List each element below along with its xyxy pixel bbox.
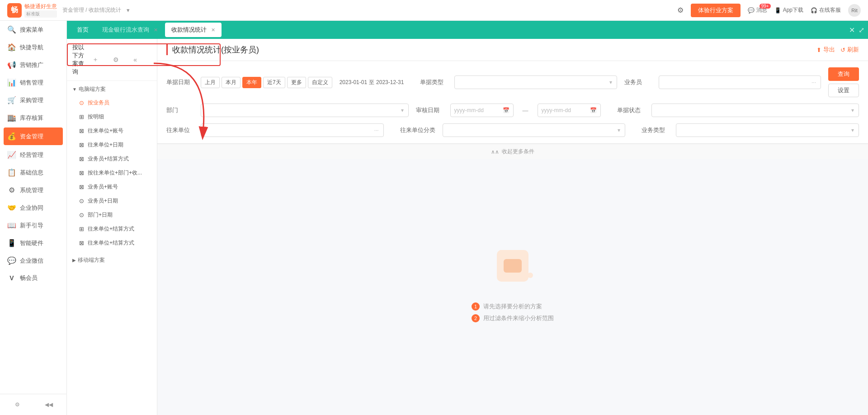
sidebar-bottom: ⚙ ◀◀ [0,394,66,415]
scheme-item-partner-date[interactable]: ⊠ 往来单位+日期 [67,138,157,152]
sidebar-item-sales[interactable]: 📊 销售管理 [0,74,66,91]
query-button[interactable]: 查询 [828,67,859,81]
sidebar-item-guide[interactable]: 📖 新手引导 [0,217,66,234]
sidebar-item-marketing[interactable]: 📢 营销推广 [0,56,66,74]
tip-number-2: 2 [472,314,480,322]
edition-badge: 标准版 [24,10,57,18]
scheme-item-label: 往来单位+账号 [88,127,123,135]
manage-scheme-btn[interactable]: ⚙ [112,55,131,64]
collapse-sidebar-btn[interactable]: ◀◀ [35,398,63,411]
sidebar-item-member[interactable]: V 畅会员 [0,269,66,287]
left-panel-title: 按以下方案查询 [72,43,90,76]
breadcrumb-dropdown-icon[interactable]: ▾ [127,7,130,14]
scheme-item-salesman[interactable]: ⊙ 按业务员 [67,96,157,110]
date-label: 单据日期 [166,78,193,86]
sidebar-item-basicinfo[interactable]: 📋 基础信息 [0,164,66,181]
sidebar-item-wechat[interactable]: 💬 企业微信 [0,252,66,269]
gear-icon[interactable]: ⚙ [677,6,684,14]
hardware-icon: 📱 [7,239,16,247]
date-tab-last-month[interactable]: 上月 [201,77,220,88]
robot-face [504,259,522,273]
add-scheme-btn[interactable]: ＋ [91,55,110,65]
dept-select[interactable]: ▾ [201,104,409,117]
avatar[interactable]: Rit [848,4,861,17]
audit-date-label: 审核日期 [416,106,443,114]
scheme-item-salesman-date[interactable]: ⊙ 业务员+日期 [67,194,157,208]
scheme-item-salesman-account[interactable]: ⊠ 业务员+账号 [67,180,157,194]
top-bar-right: ⚙ 体验行业方案 💬 消息 99+ 📱 App下载 🎧 在线客服 Rit [677,4,861,17]
biz-type-select[interactable]: ▾ [676,123,859,137]
tab-home[interactable]: 首页 [71,23,95,37]
scheme-item-partner-account[interactable]: ⊠ 往来单位+账号 [67,124,157,138]
scheme-item-partner-settle1[interactable]: ⊞ 往来单位+结算方式 [67,222,157,236]
empty-tip-2: 2 用过滤条件来缩小分析范围 [472,312,554,324]
doc-type-select[interactable]: ▾ [454,75,617,89]
calendar-icon: 📅 [503,107,509,113]
tab-cashflow-close[interactable]: ✕ [154,27,158,33]
app-download-button[interactable]: 📱 App下载 [774,6,803,14]
wechat-icon: 💬 [7,256,16,265]
setting-button[interactable]: 设置 [828,84,859,97]
partner-input[interactable]: ··· [201,123,384,137]
settings-bottom-btn[interactable]: ⚙ [4,398,32,411]
scheme-item-detail[interactable]: ⊞ 按明细 [67,110,157,124]
window-close-btn[interactable]: ✕ [849,26,855,34]
scheme-item-dept-date[interactable]: ⊙ 部门+日期 [67,208,157,222]
scheme-item-label: 往来单位+结算方式 [88,239,134,247]
date-tab-this-year[interactable]: 本年 [242,77,261,88]
sidebar-item-search[interactable]: 🔍 搜索菜单 [0,21,66,38]
tab-receipts-close[interactable]: ✕ [211,27,215,33]
sidebar-item-quicknav[interactable]: 🏠 快捷导航 [0,38,66,56]
export-button[interactable]: ⬆ 导出 [816,46,835,54]
decor-dot [528,273,533,278]
audit-date-to[interactable]: yyyy-mm-dd 📅 [538,104,601,117]
sidebar-item-hardware[interactable]: 📱 智能硬件 [0,234,66,252]
sidebar-item-finance[interactable]: 💰 资金管理 [4,127,63,145]
trial-button[interactable]: 体验行业方案 [691,4,741,17]
window-maximize-btn[interactable]: ⤢ [859,26,864,34]
date-tab-7days[interactable]: 近7天 [263,77,285,88]
sidebar-item-system[interactable]: ⚙ 系统管理 [0,181,66,199]
partner-classify-select[interactable]: ▾ [443,123,626,137]
page-title-actions: ⬆ 导出 ↺ 刷新 [816,46,859,54]
sidebar-item-purchase[interactable]: 🛒 采购管理 [0,91,66,109]
refresh-button[interactable]: ↺ 刷新 [840,46,859,54]
export-icon: ⬆ [816,47,821,53]
date-tab-custom[interactable]: 自定义 [308,77,332,88]
chevron-down-icon: ▾ [401,107,404,113]
sidebar-item-inventory[interactable]: 🏬 库存核算 [0,109,66,127]
date-range-display: 2023-01-01 至 2023-12-31 [340,79,404,86]
doc-status-select[interactable]: ▾ [651,104,859,117]
scheme-group-label: 电脑端方案 [79,85,106,93]
settings-bottom-icon: ⚙ [15,401,20,408]
sidebar-item-collab[interactable]: 🤝 企业协同 [0,199,66,217]
logo-text: 畅捷通好生意 标准版 [24,3,57,18]
scheme-item-salesman-settle[interactable]: ⊠ 业务员+结算方式 [67,152,157,166]
page-title-bar: 收款情况统计(按业务员) ⬆ 导出 ↺ 刷新 [157,39,868,61]
scheme-item-partner-settle2[interactable]: ⊠ 往来单位+结算方式 [67,236,157,250]
scheme-icon: ⊙ [78,198,85,204]
scheme-group-desktop-header[interactable]: ▼ 电脑端方案 [67,83,157,96]
tab-receipts[interactable]: 收款情况统计 ✕ [165,23,222,37]
date-tabs: 上月 本月 本年 近7天 更多 自定义 [201,77,332,88]
scheme-item-label: 往来单位+日期 [88,141,123,149]
scheme-group-mobile-header[interactable]: ▶ 移动端方案 [67,254,157,267]
message-button[interactable]: 💬 消息 99+ [748,6,767,14]
sidebar-item-label: 营销推广 [20,61,43,69]
sidebar-item-label: 采购管理 [20,96,43,104]
sidebar-item-operation[interactable]: 📈 经营管理 [0,146,66,164]
message-icon: 💬 [748,7,755,14]
scheme-icon: ⊠ [78,141,85,148]
collapse-label: 收起更多条件 [502,148,534,156]
collapse-filter-btn[interactable]: ∧∧ 收起更多条件 [157,144,868,159]
collapse-panel-btn[interactable]: « [132,55,151,64]
date-tab-this-month[interactable]: 本月 [222,77,241,88]
scheme-item-partner-dept-collect[interactable]: ⊠ 按往来单位+部门+收... [67,166,157,180]
date-tab-more[interactable]: 更多 [287,77,306,88]
audit-date-from[interactable]: yyyy-mm-dd 📅 [450,104,514,117]
online-service-button[interactable]: 🎧 在线客服 [811,6,841,14]
scheme-icon: ⊠ [78,240,85,246]
salesman-select[interactable]: ··· [659,75,821,89]
tab-cashflow[interactable]: 现金银行流水查询 ✕ [96,23,164,37]
sidebar-item-label: 快捷导航 [20,43,43,52]
